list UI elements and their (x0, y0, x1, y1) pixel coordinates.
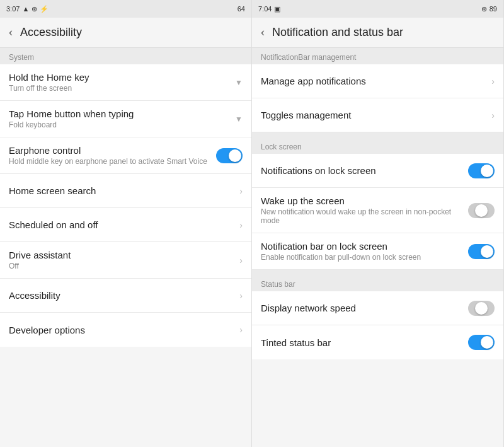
battery-level-left: 64 (238, 5, 245, 13)
item-title-toggles: Toggles management (261, 110, 485, 120)
list-item[interactable]: Wake up the screen New notification woul… (252, 188, 503, 233)
section-divider (252, 270, 503, 275)
right-time: 7:04 (258, 5, 272, 13)
photo-icon: ▣ (274, 5, 280, 13)
chevron-icon: › (491, 110, 495, 120)
section-divider (252, 132, 503, 137)
right-status-right: ⊛ 89 (481, 5, 497, 13)
signal-icon: ▲ (22, 5, 29, 13)
item-title-hold-home: Hold the Home key (9, 72, 229, 83)
right-toolbar: ‹ Notification and status bar (252, 18, 503, 48)
chevron-icon: › (239, 291, 243, 301)
item-title-wake-screen: Wake up the screen (261, 195, 462, 206)
item-title-tinted-bar: Tinted status bar (261, 337, 462, 348)
left-time: 3:07 (6, 5, 20, 13)
battery-level-right: 89 (490, 5, 497, 13)
item-title-home-search: Home screen search (9, 185, 233, 196)
list-item[interactable]: Drive assistant Off › (0, 242, 251, 279)
left-status-bar: 3:07 ▲ ⊛ ⚡ 64 (0, 0, 251, 18)
left-back-button[interactable]: ‹ (9, 26, 13, 39)
item-title-accessibility: Accessibility (9, 290, 233, 301)
right-back-button[interactable]: ‹ (261, 26, 265, 39)
list-item[interactable]: Hold the Home key Turn off the screen ▼ (0, 64, 251, 101)
list-item[interactable]: Tap Home button when typing Fold keyboar… (0, 101, 251, 137)
list-item[interactable]: Home screen search › (0, 174, 251, 208)
left-panel: 3:07 ▲ ⊛ ⚡ 64 ‹ Accessibility System Hol… (0, 0, 252, 447)
left-status-left: 3:07 ▲ ⊛ ⚡ (6, 5, 49, 13)
right-status-left: 7:04 ▣ (258, 5, 280, 13)
toggle-notif-bar-lock[interactable] (468, 244, 495, 259)
list-item[interactable]: Earphone control Hold middle key on earp… (0, 137, 251, 174)
right-status-bar: 7:04 ▣ ⊛ 89 (252, 0, 503, 18)
item-title-tap-home: Tap Home button when typing (9, 108, 229, 119)
list-item[interactable]: Developer options › (0, 313, 251, 347)
chevron-icon: › (239, 186, 243, 196)
list-item[interactable]: Notifications on lock screen (252, 154, 503, 188)
wifi-icon: ⊛ (32, 5, 37, 13)
chevron-icon: › (239, 325, 243, 335)
item-subtitle-earphone: Hold middle key on earphone panel to act… (9, 157, 210, 166)
toggle-tinted-bar[interactable] (468, 335, 495, 350)
item-subtitle-tap-home: Fold keyboard (9, 120, 229, 129)
toggle-notif-lock[interactable] (468, 163, 495, 178)
item-title-earphone: Earphone control (9, 145, 210, 156)
chevron-icon: › (239, 220, 243, 230)
toggle-earphone[interactable] (216, 148, 243, 163)
list-item[interactable]: Accessibility › (0, 279, 251, 313)
left-status-right: 64 (238, 5, 245, 13)
list-item[interactable]: Scheduled on and off › (0, 208, 251, 242)
right-page-title: Notification and status bar (272, 26, 403, 39)
charge-icon: ⚡ (40, 5, 49, 13)
item-title-notif-bar-lock: Notification bar on lock screen (261, 241, 462, 252)
toggle-network-speed[interactable] (468, 301, 495, 316)
item-title-manage-app-notif: Manage app notifications (261, 76, 485, 86)
list-item[interactable]: Toggles management › (252, 98, 503, 132)
item-subtitle-drive: Off (9, 262, 233, 270)
right-section-header-lock: Lock screen (252, 137, 503, 154)
item-subtitle-wake-screen: New notification would wake up the scree… (261, 207, 462, 225)
dropdown-arrow-icon: ▼ (235, 78, 243, 87)
chevron-icon: › (239, 255, 243, 265)
left-section-header-system: System (0, 48, 251, 64)
chevron-icon: › (491, 76, 495, 86)
item-title-network-speed: Display network speed (261, 303, 462, 313)
toggle-wake-screen[interactable] (468, 203, 495, 218)
dropdown-arrow-icon: ▼ (235, 115, 243, 124)
item-title-developer: Developer options (9, 325, 233, 335)
left-toolbar: ‹ Accessibility (0, 18, 251, 48)
list-item[interactable]: Display network speed (252, 291, 503, 325)
right-section-header-status: Status bar (252, 275, 503, 291)
list-item[interactable]: Manage app notifications › (252, 64, 503, 98)
list-item[interactable]: Tinted status bar (252, 325, 503, 359)
item-title-notif-lock: Notifications on lock screen (261, 165, 462, 176)
left-page-title: Accessibility (20, 26, 82, 39)
right-content: NotificationBar management Manage app no… (252, 48, 503, 447)
right-panel: 7:04 ▣ ⊛ 89 ‹ Notification and status ba… (252, 0, 504, 447)
right-section-header-notif: NotificationBar management (252, 48, 503, 64)
item-title-drive: Drive assistant (9, 250, 233, 260)
left-content: System Hold the Home key Turn off the sc… (0, 48, 251, 447)
item-subtitle-hold-home: Turn off the screen (9, 84, 229, 93)
list-item[interactable]: Notification bar on lock screen Enable n… (252, 233, 503, 270)
item-subtitle-notif-bar-lock: Enable notification bar pull-down on loc… (261, 253, 462, 262)
wifi-icon: ⊛ (481, 5, 487, 13)
item-title-scheduled: Scheduled on and off (9, 219, 233, 230)
